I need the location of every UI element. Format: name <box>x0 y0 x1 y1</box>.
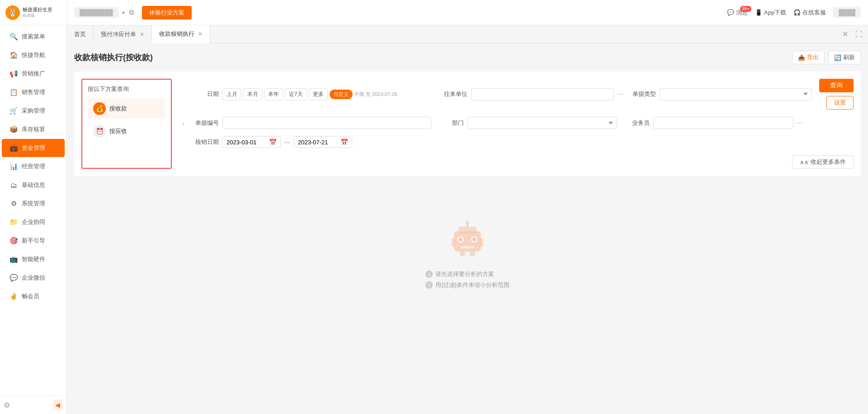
sidebar-item-畅会员[interactable]: ✌畅会员 <box>2 287 65 305</box>
filter-option-by-collection[interactable]: 💰 按收款 <box>88 99 165 119</box>
topbar: ████████ ▾ ⚙ 休验行业方案 💬 消息 99+ 📱 App下载 🎧 在… <box>67 0 868 25</box>
message-btn[interactable]: 💬 消息 99+ <box>727 9 748 17</box>
nav-icon: 📊 <box>9 162 18 171</box>
empty-tip-1: 1 请先选择要分析的方案 <box>425 270 509 278</box>
tab-collection-close[interactable]: ✕ <box>198 31 203 37</box>
sidebar-item-库存核算[interactable]: 📦库存核算 <box>2 120 65 138</box>
empty-tips: 1 请先选择要分析的方案 2 用[过滤]条件来缩小分析范围 <box>425 270 509 292</box>
sidebar-item-企业微信[interactable]: 💬企业微信 <box>2 269 65 287</box>
export-btn[interactable]: 📤 导出 <box>792 51 825 64</box>
user-avatar: ████ <box>833 7 861 18</box>
sidebar-item-智能硬件[interactable]: 📺智能硬件 <box>2 250 65 268</box>
sidebar-item-新手引导[interactable]: 🎯新手引导 <box>2 232 65 250</box>
partner-input[interactable] <box>471 88 613 100</box>
voucher-no-input[interactable] <box>222 117 431 129</box>
query-btn[interactable]: 查询 <box>819 79 854 92</box>
date-btn-this-year[interactable]: 本年 <box>264 88 283 100</box>
tab-expand-icon[interactable]: ⛶ <box>854 29 864 40</box>
empty-state: 1 请先选择要分析的方案 2 用[过滤]条件来缩小分析范围 <box>74 181 861 328</box>
empty-tip-2: 2 用[过滤]条件来缩小分析范围 <box>425 281 509 289</box>
tab-close-window-icon[interactable]: ✕ <box>840 28 850 40</box>
sidebar-item-系统管理[interactable]: ⚙系统管理 <box>2 195 65 213</box>
sidebar-item-搜索菜单[interactable]: 🔍搜索菜单 <box>2 28 65 46</box>
sidebar-item-基础信息[interactable]: 🗂基础信息 <box>2 176 65 194</box>
verify-date-start-cal-icon[interactable]: 📅 <box>269 138 277 146</box>
partner-dots-icon[interactable]: ··· <box>618 90 623 98</box>
receivable-icon: ⏰ <box>93 125 106 138</box>
page-actions: 📤 导出 🔄 刷新 <box>792 51 861 64</box>
sidebar-item-经营管理[interactable]: 📊经营管理 <box>2 157 65 176</box>
sidebar-item-资金管理[interactable]: 💼资金管理 <box>2 139 65 157</box>
collapse-label: 收起更多条件 <box>811 158 846 166</box>
online-service-btn[interactable]: 🎧 在线客服 <box>793 9 826 17</box>
filter-row-2: 单据编号 部门 业务员 ··· <box>193 117 854 129</box>
nav-icon: 📢 <box>9 69 18 78</box>
tab-home[interactable]: 首页 <box>67 25 94 43</box>
app-download-label: App下载 <box>764 9 786 17</box>
svg-rect-0 <box>454 231 481 252</box>
date-btn-7days[interactable]: 近7天 <box>285 88 307 100</box>
collapse-icon[interactable]: ◀ <box>52 400 63 410</box>
date-btn-this-month[interactable]: 本月 <box>243 88 262 100</box>
app-download-btn[interactable]: 📱 App下载 <box>755 9 786 17</box>
tab-prepay[interactable]: 预付冲应付单 ✕ <box>94 25 152 43</box>
voucher-type-field: 单据类型 <box>631 88 812 100</box>
sidebar-item-销售管理[interactable]: 📋销售管理 <box>2 83 65 101</box>
verify-date-end-wrap: 📅 <box>294 136 352 148</box>
date-btn-more[interactable]: 更多 <box>309 88 328 100</box>
topbar-dropdown-icon[interactable]: ▾ <box>122 10 125 16</box>
voucher-type-select[interactable] <box>660 88 812 100</box>
date-field: 日期 上月 本月 本年 近7天 更多 自定义 不限 至 2023-07-26 <box>193 88 435 100</box>
svg-point-6 <box>459 238 462 241</box>
svg-rect-8 <box>461 246 474 248</box>
staff-dots-icon[interactable]: ··· <box>797 119 803 127</box>
main-content: ████████ ▾ ⚙ 休验行业方案 💬 消息 99+ 📱 App下载 🎧 在… <box>67 0 868 414</box>
tab-prepay-label: 预付冲应付单 <box>101 30 136 38</box>
tab-prepay-close[interactable]: ✕ <box>140 31 144 38</box>
sidebar-item-采购管理[interactable]: 🛒采购管理 <box>2 102 65 120</box>
settings-icon[interactable]: ⚙ <box>4 401 10 409</box>
date-btn-last-month[interactable]: 上月 <box>222 88 241 100</box>
partner-label: 往来单位 <box>442 90 467 98</box>
tip-text-2: 用[过滤]条件来缩小分析范围 <box>435 281 509 289</box>
filter-option-by-receivable[interactable]: ⏰ 按应收 <box>88 121 165 141</box>
dept-select[interactable] <box>467 117 617 129</box>
sidebar-item-营销推广[interactable]: 📢营销推广 <box>2 65 65 83</box>
topbar-brand: ████████ <box>74 7 118 18</box>
voucher-type-label: 单据类型 <box>631 90 656 98</box>
topbar-gear-icon[interactable]: ⚙ <box>128 8 135 17</box>
refresh-btn[interactable]: 🔄 刷新 <box>828 51 861 64</box>
nav-icon: 💼 <box>9 143 18 152</box>
tabbar: 首页 预付冲应付单 ✕ 收款核销执行 ✕ ✕ ⛶ <box>67 25 868 43</box>
verify-date-start-input[interactable] <box>226 139 267 146</box>
verify-date-label: 核销日期 <box>193 138 219 146</box>
filter-row-3: 核销日期 📅 — 📅 <box>193 136 854 148</box>
filter-panel-title: 按以下方案查询 <box>88 85 165 93</box>
date-btn-custom[interactable]: 自定义 <box>330 90 353 99</box>
logo-badge: 标准版 <box>23 13 52 19</box>
nav-icon: 📦 <box>9 125 18 134</box>
export-icon: 📤 <box>798 54 805 61</box>
sidebar-item-企业协同[interactable]: 📁企业协同 <box>2 213 65 231</box>
page-body: 收款核销执行(按收款) 📤 导出 🔄 刷新 按以下方案查询 💰 按收款 <box>67 43 868 414</box>
settings-btn[interactable]: 设置 <box>826 96 854 109</box>
staff-input[interactable] <box>653 117 793 129</box>
collapse-btn[interactable]: ∧∧ 收起更多条件 <box>792 155 854 169</box>
tip-num-2: 2 <box>425 281 433 289</box>
receivable-label: 按应收 <box>109 127 127 135</box>
tab-collection[interactable]: 收款核销执行 ✕ <box>152 25 210 43</box>
logo-text-block: 畅捷通好生意 标准版 <box>23 6 52 19</box>
verify-date-field: 核销日期 📅 — 📅 <box>193 136 434 148</box>
verify-date-end-input[interactable] <box>298 139 339 146</box>
filter-left-panel: 按以下方案查询 💰 按收款 ⏰ 按应收 <box>81 79 172 169</box>
tip-text-1: 请先选择要分析的方案 <box>435 270 494 278</box>
verify-date-range: 📅 — 📅 <box>222 136 352 148</box>
tab-actions: ✕ ⛶ <box>840 28 868 40</box>
staff-field: 业务员 ··· <box>624 117 803 129</box>
sidebar-item-快捷导航[interactable]: 🏠快捷导航 <box>2 46 65 64</box>
verify-date-end-cal-icon[interactable]: 📅 <box>340 138 348 146</box>
nav-icon: ⚙ <box>9 199 18 208</box>
filter-collapse-btn[interactable]: ‹ <box>179 79 188 169</box>
tab-collection-label: 收款核销执行 <box>159 30 194 38</box>
industry-btn[interactable]: 休验行业方案 <box>142 6 192 19</box>
